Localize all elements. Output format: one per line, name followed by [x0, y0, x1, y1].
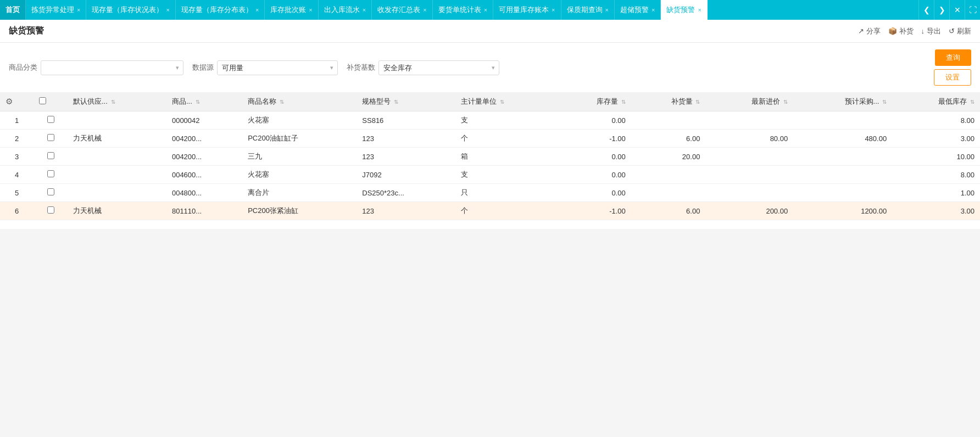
cell-default_supplier [68, 184, 166, 202]
col-header-estimated_purchase[interactable]: 预计采购... ⇅ [793, 92, 892, 111]
col-header-unit[interactable]: 主计量单位 ⇅ [455, 92, 556, 111]
cell-min_stock: 8.00 [892, 111, 980, 130]
column-settings-button[interactable]: ⚙ [5, 97, 13, 107]
row-checkbox-cell [34, 202, 67, 220]
table-header: ⚙默认供应... ⇅商品... ⇅商品名称 ⇅规格型号 ⇅主计量单位 ⇅库存量 … [0, 92, 980, 111]
tab-close-icon-overstock-warn[interactable]: × [652, 7, 655, 13]
cell-replenish_qty: 6.00 [631, 202, 706, 220]
table-row: 3004200...三九123箱0.0020.0010.00 [0, 148, 980, 166]
cell-spec: DS250*23c... [357, 184, 455, 202]
row-checkbox[interactable] [47, 134, 54, 141]
cell-product_name: 三九 [242, 148, 357, 166]
nav-tab-recv-summary[interactable]: 收发存汇总表× [372, 0, 432, 20]
tab-close-icon-recv-summary[interactable]: × [423, 7, 426, 13]
row-settings-cell: 5 [0, 184, 34, 202]
datasource-select-wrapper: 可用量 ▾ [217, 60, 338, 75]
nav-tab-order-stat[interactable]: 要货单统计表× [433, 0, 493, 20]
nav-tab-stock-status[interactable]: 现存量（库存状况表）× [86, 0, 175, 20]
cell-spec: 123 [357, 148, 455, 166]
datasource-filter-label: 数据源 [192, 63, 214, 72]
filter-bar: 商品分类 ▾ 数据源 可用量 ▾ 补货基数 安全库存 [0, 43, 980, 92]
tab-close-icon-inout-flow[interactable]: × [363, 7, 366, 13]
cell-spec: 123 [357, 130, 455, 148]
nav-tab-avail-ledger[interactable]: 可用量库存账本× [493, 0, 561, 20]
cell-min_stock: 8.00 [892, 166, 980, 184]
sort-icon-default_supplier: ⇅ [109, 99, 115, 105]
row-checkbox[interactable] [47, 206, 54, 214]
col-header-product_code[interactable]: 商品... ⇅ [166, 92, 242, 111]
nav-tab-expiry-query[interactable]: 保质期查询× [561, 0, 615, 20]
row-checkbox[interactable] [47, 170, 54, 177]
query-button[interactable]: 查询 [935, 49, 971, 66]
table-row: 4004600...火花塞J7092支0.008.00 [0, 166, 980, 184]
nav-tab-pick-error[interactable]: 拣货异常处理× [26, 0, 86, 20]
col-header-min_stock[interactable]: 最低库存 ⇅ [892, 92, 980, 111]
row-checkbox[interactable] [47, 116, 54, 123]
nav-tab-batch-ledger[interactable]: 库存批次账× [265, 0, 318, 20]
replenish-base-select[interactable]: 安全库存 [378, 60, 499, 75]
page-container: 缺货预警 ↗ 分享 📦 补货 ↓ 导出 ↺ 刷新 商品分类 [0, 20, 980, 229]
category-select[interactable] [41, 60, 183, 75]
cell-product_code: 004800... [166, 184, 242, 202]
tab-close-icon-stock-dist[interactable]: × [255, 7, 259, 13]
cell-product_name: 火花塞 [242, 111, 357, 130]
col-header-stock_qty[interactable]: 库存量 ⇅ [556, 92, 631, 111]
tab-close-icon-order-stat[interactable]: × [484, 7, 487, 13]
nav-expand-button[interactable]: ⛶ [965, 0, 980, 20]
sort-icon-unit: ⇅ [498, 99, 504, 105]
col-header-replenish_qty[interactable]: 补货量 ⇅ [631, 92, 706, 111]
cell-product_name: 离合片 [242, 184, 357, 202]
category-filter-group: 商品分类 ▾ [9, 60, 183, 75]
replenish-button[interactable]: 📦 补货 [888, 26, 914, 36]
sort-icon-replenish_qty: ⇅ [694, 99, 700, 105]
replenish-icon: 📦 [888, 27, 897, 35]
tab-close-icon-shortage-warn[interactable]: × [698, 7, 701, 13]
tab-close-icon-expiry-query[interactable]: × [605, 7, 609, 13]
col-header-product_name[interactable]: 商品名称 ⇅ [242, 92, 357, 111]
nav-tab-overstock-warn[interactable]: 超储预警× [615, 0, 661, 20]
datasource-select[interactable]: 可用量 [217, 60, 338, 75]
col-header-latest_price[interactable]: 最新进价 ⇅ [705, 92, 793, 111]
nav-prev-button[interactable]: ❮ [918, 0, 934, 20]
nav-next-button[interactable]: ❯ [934, 0, 949, 20]
row-settings-cell: 1 [0, 111, 34, 130]
row-checkbox[interactable] [47, 188, 54, 195]
cell-latest_price [705, 166, 793, 184]
row-checkbox[interactable] [47, 152, 54, 159]
row-settings-cell: 3 [0, 148, 34, 166]
refresh-label: 刷新 [957, 26, 971, 36]
header-actions: ↗ 分享 📦 补货 ↓ 导出 ↺ 刷新 [858, 26, 972, 36]
select-all-checkbox[interactable] [39, 97, 46, 104]
tab-close-icon-stock-status[interactable]: × [166, 7, 169, 13]
cell-replenish_qty [631, 166, 706, 184]
export-button[interactable]: ↓ 导出 [921, 26, 942, 36]
tab-close-icon-avail-ledger[interactable]: × [552, 7, 555, 13]
nav-tab-inout-flow[interactable]: 出入库流水× [319, 0, 372, 20]
nav-close-button[interactable]: ✕ [949, 0, 965, 20]
row-settings-cell: 4 [0, 166, 34, 184]
nav-tab-stock-dist[interactable]: 现存量（库存分布表）× [176, 0, 265, 20]
cell-min_stock: 10.00 [892, 148, 980, 166]
nav-tab-home[interactable]: 首页 [0, 0, 26, 20]
tab-close-icon-pick-error[interactable]: × [77, 7, 80, 13]
share-button[interactable]: ↗ 分享 [858, 26, 881, 36]
cell-unit: 支 [455, 111, 556, 130]
cell-replenish_qty [631, 111, 706, 130]
tab-close-icon-batch-ledger[interactable]: × [309, 7, 312, 13]
nav-tab-shortage-warn[interactable]: 缺货预警× [661, 0, 707, 20]
table-container: ⚙默认供应... ⇅商品... ⇅商品名称 ⇅规格型号 ⇅主计量单位 ⇅库存量 … [0, 92, 980, 229]
row-checkbox-cell [34, 111, 67, 130]
col-header-settings: ⚙ [0, 92, 34, 111]
cell-spec: 123 [357, 202, 455, 220]
cell-product_name: PC200张紧油缸 [242, 202, 357, 220]
cell-latest_price [705, 184, 793, 202]
share-icon: ↗ [858, 27, 864, 35]
sort-icon-latest_price: ⇅ [782, 99, 788, 105]
col-header-spec[interactable]: 规格型号 ⇅ [357, 92, 455, 111]
col-header-default_supplier[interactable]: 默认供应... ⇅ [68, 92, 166, 111]
settings-button[interactable]: 设置 [934, 69, 971, 86]
cell-product_code: 004200... [166, 148, 242, 166]
refresh-button[interactable]: ↺ 刷新 [949, 26, 971, 36]
cell-unit: 个 [455, 202, 556, 220]
sort-icon-min_stock: ⇅ [968, 99, 975, 105]
